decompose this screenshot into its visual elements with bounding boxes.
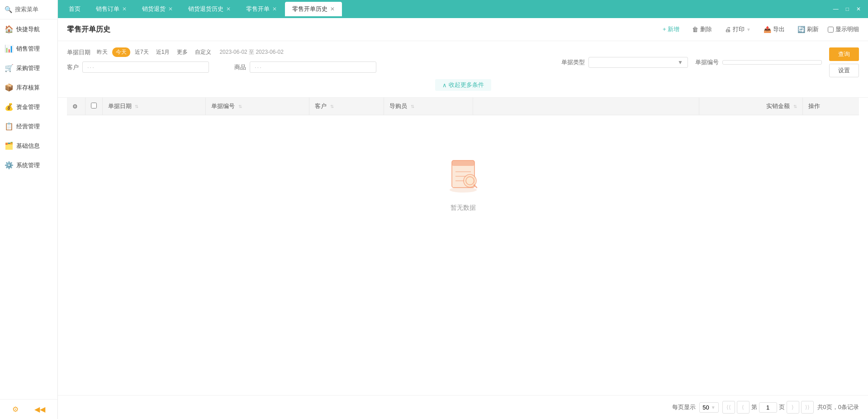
sidebar-item-operations[interactable]: 📋 经营管理 [0,117,57,136]
date-btn-custom[interactable]: 自定义 [192,47,214,57]
tab-sales-order-close[interactable]: ✕ [122,6,127,12]
doc-type-select[interactable]: ▼ [588,57,688,68]
tab-home[interactable]: 首页 [62,2,88,16]
tab-sales-return[interactable]: 销货退货 ✕ [135,2,180,16]
sidebar-item-label: 快捷导航 [16,25,40,33]
display-detail-toggle[interactable]: 显示明细 [828,25,859,33]
refresh-button[interactable]: 🔄 刷新 [794,24,822,35]
tab-sales-return-close[interactable]: ✕ [168,6,173,12]
print-button[interactable]: 🖨 打印 ▼ [721,24,754,35]
date-btn-today[interactable]: 今天 [112,47,130,57]
th-check[interactable] [85,98,102,115]
main-area: 首页 销售订单 ✕ 销货退货 ✕ 销货退货历史 ✕ 零售开单 ✕ 零售开单历史 … [58,0,868,419]
date-btn-more[interactable]: 更多 [174,47,190,57]
filter-doc-type-item: 单据类型 ▼ [561,57,688,68]
tab-retail-history-close[interactable]: ✕ [330,6,335,12]
th-spacer [473,98,699,115]
filter-customer-item: 客户 ··· [67,61,209,73]
th-date[interactable]: 单据日期 ⇅ [102,98,206,115]
th-guide-label: 导购员 [389,103,407,109]
doc-no-label: 单据编号 [695,58,719,66]
per-page-arrow-icon: ▼ [711,405,716,410]
box-icon: 📦 [5,83,14,92]
display-detail-label: 显示明细 [835,25,859,33]
sidebar-search[interactable]: 🔍 搜索菜单 [0,0,57,19]
page-input[interactable]: 1 [759,402,777,413]
export-button[interactable]: 📤 导出 [760,24,788,35]
tab-retail-open[interactable]: 零售开单 ✕ [239,2,284,16]
sidebar-item-quick-nav[interactable]: 🏠 快捷导航 [0,19,57,39]
tab-retail-open-close[interactable]: ✕ [272,6,277,12]
tab-sales-return-history-close[interactable]: ✕ [226,6,231,12]
sidebar: 🔍 搜索菜单 🏠 快捷导航 📊 销售管理 🛒 采购管理 📦 库存核算 💰 资金管… [0,0,58,419]
date-btn-1month[interactable]: 近1月 [153,47,173,57]
page-prev-btn[interactable]: ⟨ [737,401,749,414]
pagination: 每页显示 50 ▼ ⟨⟨ ⟨ 第 1 页 ⟩ ⟩⟩ 共0页，0条记录 [58,395,868,419]
gear-icon: ⚙️ [5,161,14,169]
refresh-icon: 🔄 [797,26,805,33]
page-first-btn[interactable]: ⟨⟨ [722,401,735,414]
sidebar-item-label: 系统管理 [16,161,40,169]
home-icon: 🏠 [5,25,14,33]
export-icon: 📤 [764,26,771,33]
date-btn-7days[interactable]: 近7天 [132,47,152,57]
page-header: 零售开单历史 + 新增 🗑 删除 🖨 打印 ▼ 📤 导出 [58,18,868,41]
page-label-after: 页 [779,403,785,411]
page-last-btn[interactable]: ⟩⟩ [801,401,814,414]
settings-icon[interactable]: ⚙ [12,405,19,414]
page-next-btn[interactable]: ⟩ [787,401,799,414]
window-close-btn[interactable]: ✕ [853,4,864,14]
content-area: 零售开单历史 + 新增 🗑 删除 🖨 打印 ▼ 📤 导出 [58,18,868,419]
setting-button[interactable]: 设置 [829,64,859,77]
delete-button[interactable]: 🗑 删除 [688,24,716,35]
collapse-button[interactable]: ∧ 收起更多条件 [435,79,491,91]
sort-guide-icon: ⇅ [411,104,414,109]
export-label: 导出 [773,25,785,33]
sidebar-item-basic-info[interactable]: 🗂️ 基础信息 [0,136,57,155]
sidebar-item-purchase-mgmt[interactable]: 🛒 采购管理 [0,58,57,78]
tab-sales-order[interactable]: 销售订单 ✕ [89,2,134,16]
goods-input[interactable]: ··· [250,61,376,73]
doc-type-arrow-icon: ▼ [678,59,683,66]
data-table: ⚙ 单据日期 ⇅ 单据编号 ⇅ [67,98,859,115]
tab-sales-return-label: 销货退货 [142,5,166,13]
display-detail-checkbox[interactable] [828,27,834,33]
chart-icon: 📊 [5,44,14,53]
sidebar-item-label: 基础信息 [16,142,40,150]
customer-input[interactable]: ··· [82,61,209,73]
date-btn-yesterday[interactable]: 昨天 [94,47,110,57]
empty-text: 暂无数据 [451,204,476,212]
filter-row-2: 客户 ··· 商品 ··· [67,61,547,73]
select-all-checkbox[interactable] [91,103,97,108]
per-page-select[interactable]: 50 ▼ [699,402,718,413]
toolbar: + 新增 🗑 删除 🖨 打印 ▼ 📤 导出 🔄 刷新 [659,24,859,35]
query-button[interactable]: 查询 [829,47,859,61]
sidebar-item-sales-mgmt[interactable]: 📊 销售管理 [0,39,57,58]
tab-sales-order-label: 销售订单 [96,5,119,13]
tab-sales-return-history-label: 销货退货历史 [188,5,223,13]
th-no-label: 单据编号 [211,103,235,109]
th-guide[interactable]: 导购员 ⇅ [384,98,473,115]
customer-dots: ··· [87,64,95,71]
th-settings[interactable]: ⚙ [67,98,85,115]
th-amount[interactable]: 实销金额 ⇅ [699,98,802,115]
table-area: ⚙ 单据日期 ⇅ 单据编号 ⇅ [58,98,868,395]
th-no[interactable]: 单据编号 ⇅ [206,98,309,115]
folder-icon: 🗂️ [5,141,14,150]
new-button[interactable]: + 新增 [659,24,683,35]
sidebar-item-inventory[interactable]: 📦 库存核算 [0,78,57,97]
window-maximize-btn[interactable]: □ [842,4,853,14]
doc-no-input[interactable] [722,60,822,65]
sidebar-item-finance[interactable]: 💰 资金管理 [0,97,57,117]
tab-retail-history[interactable]: 零售开单历史 ✕ [285,2,342,16]
sidebar-item-system[interactable]: ⚙️ 系统管理 [0,155,57,175]
collapse-sidebar-icon[interactable]: ◀◀ [34,405,45,414]
sort-date-icon: ⇅ [135,104,138,109]
new-label: + 新增 [663,25,679,33]
sidebar-item-label: 销售管理 [16,45,40,53]
window-minimize-btn[interactable]: — [830,4,842,14]
tab-sales-return-history[interactable]: 销货退货历史 ✕ [181,2,238,16]
print-arrow-icon: ▼ [746,27,751,32]
th-customer[interactable]: 客户 ⇅ [309,98,384,115]
doc-type-label: 单据类型 [561,58,585,66]
